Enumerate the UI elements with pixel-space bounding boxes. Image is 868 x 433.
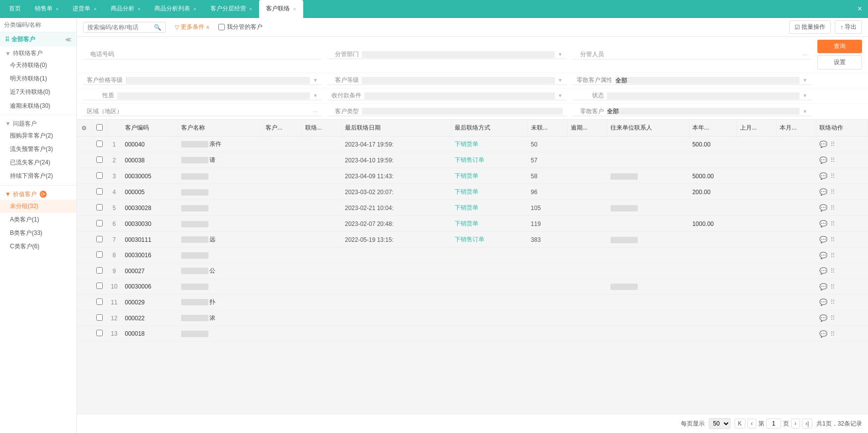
tab-purchase[interactable]: 进货单 × xyxy=(66,0,103,18)
checkbox-col-header[interactable] xyxy=(92,120,107,137)
sidebar-all-customers[interactable]: ⠿ 全部客户 ≪ xyxy=(0,32,76,47)
sidebar-item-class-b[interactable]: B类客户(33) xyxy=(0,226,76,240)
tab-product-analysis-list-close[interactable]: × xyxy=(193,6,196,12)
last-way-cell[interactable]: 下销售订单 xyxy=(452,152,528,168)
person-input[interactable] xyxy=(607,50,800,59)
area-more-icon[interactable]: ··· xyxy=(313,108,318,115)
row-checkbox[interactable] xyxy=(96,314,103,321)
sidebar-group-value-header[interactable]: ▼ 价值客户 ⟳ xyxy=(0,188,76,200)
more-action-icon[interactable]: ⠿ xyxy=(830,141,835,148)
last-way-link[interactable]: 下销货单 xyxy=(455,188,478,195)
contact-action-icon[interactable]: 💬 xyxy=(819,267,827,275)
batch-operations-button[interactable]: ☑ 批量操作 xyxy=(789,20,831,34)
col-header-last-date[interactable]: 最后联络日期 xyxy=(341,120,451,137)
sidebar-item-churned[interactable]: 已流失客户(24) xyxy=(0,156,76,169)
contact-action-icon[interactable]: 💬 xyxy=(819,283,827,290)
row-checkbox[interactable] xyxy=(96,188,103,195)
contact-action-icon[interactable]: 💬 xyxy=(819,220,827,227)
export-button[interactable]: ↑ 导出 xyxy=(835,20,862,34)
dept-select[interactable] xyxy=(362,51,554,58)
more-action-icon[interactable]: ⠿ xyxy=(830,283,835,290)
more-action-icon[interactable]: ⠿ xyxy=(830,188,835,196)
sidebar-item-tomorrow[interactable]: 明天待联络(1) xyxy=(0,72,76,85)
last-way-cell[interactable]: 下销货单 xyxy=(452,184,528,200)
gender-select[interactable] xyxy=(117,92,310,99)
row-checkbox[interactable] xyxy=(96,141,103,147)
checkbox-cell[interactable] xyxy=(92,326,107,342)
col-header-customer-type[interactable]: 客户... xyxy=(262,120,302,137)
last-way-link[interactable]: 下销售订单 xyxy=(455,236,484,243)
last-way-link[interactable]: 下销售订单 xyxy=(455,156,484,163)
col-header-last-way[interactable]: 最后联络方式 xyxy=(452,120,528,137)
more-action-icon[interactable]: ⠿ xyxy=(830,204,835,212)
last-way-cell[interactable] xyxy=(452,294,528,310)
retail-customer-select[interactable]: 全部 xyxy=(607,108,800,115)
checkbox-cell[interactable] xyxy=(92,184,107,200)
col-header-uncontact[interactable]: 未联... xyxy=(528,120,567,137)
row-checkbox[interactable] xyxy=(96,283,103,289)
last-way-link[interactable]: 下销货单 xyxy=(455,172,478,179)
checkbox-cell[interactable] xyxy=(92,216,107,232)
sidebar-group-pending-header[interactable]: ▼ 待联络客户 xyxy=(0,47,76,59)
select-all-checkbox[interactable] xyxy=(96,124,103,131)
checkbox-cell[interactable] xyxy=(92,200,107,216)
tab-customer-contact[interactable]: 客户联络 × xyxy=(259,0,303,18)
checkbox-cell[interactable] xyxy=(92,310,107,326)
contact-action-icon[interactable]: 💬 xyxy=(819,156,827,164)
collapse-sidebar-icon[interactable]: ≪ xyxy=(65,36,71,43)
more-action-icon[interactable]: ⠿ xyxy=(830,267,835,275)
row-checkbox[interactable] xyxy=(96,156,103,163)
more-action-icon[interactable]: ⠿ xyxy=(830,220,835,227)
tab-product-analysis[interactable]: 商品分析 × xyxy=(104,0,147,18)
tab-customer-segment[interactable]: 客户分层经营 × xyxy=(203,0,259,18)
row-checkbox[interactable] xyxy=(96,298,103,305)
contact-action-icon[interactable]: 💬 xyxy=(819,141,827,148)
payment-select[interactable] xyxy=(364,92,554,99)
checkbox-cell[interactable] xyxy=(92,248,107,263)
last-way-link[interactable]: 下销货单 xyxy=(455,220,478,227)
last-way-cell[interactable] xyxy=(452,310,528,326)
customer-level-select[interactable] xyxy=(362,77,554,84)
last-page-button[interactable]: ›| xyxy=(802,419,812,429)
tab-product-analysis-list[interactable]: 商品分析列表 × xyxy=(147,0,203,18)
status-select[interactable] xyxy=(607,92,800,99)
contact-action-icon[interactable]: 💬 xyxy=(819,298,827,306)
last-way-cell[interactable] xyxy=(452,326,528,342)
settings-col-header[interactable]: ⚙ xyxy=(77,120,92,137)
tab-home[interactable]: 首页 xyxy=(2,0,28,18)
col-header-last-month[interactable]: 上月... xyxy=(736,120,776,137)
row-checkbox[interactable] xyxy=(96,330,103,336)
page-number-input[interactable] xyxy=(766,419,781,429)
tab-purchase-close[interactable]: × xyxy=(93,6,96,12)
close-all-button[interactable]: × xyxy=(854,4,866,13)
more-action-icon[interactable]: ⠿ xyxy=(830,252,835,259)
retail-attr-select[interactable]: 全部 xyxy=(615,77,800,84)
price-level-select[interactable] xyxy=(126,77,310,84)
more-action-icon[interactable]: ⠿ xyxy=(830,236,835,243)
contact-action-icon[interactable]: 💬 xyxy=(819,252,827,259)
person-more-icon[interactable]: ··· xyxy=(802,51,807,58)
prev-page-button[interactable]: ‹ xyxy=(747,419,756,429)
row-checkbox[interactable] xyxy=(96,172,103,179)
tab-product-analysis-close[interactable]: × xyxy=(137,6,140,12)
sidebar-item-7days[interactable]: 近7天待联络(0) xyxy=(0,85,76,99)
last-way-cell[interactable] xyxy=(452,248,528,263)
checkbox-cell[interactable] xyxy=(92,279,107,294)
contact-action-icon[interactable]: 💬 xyxy=(819,330,827,338)
more-action-icon[interactable]: ⠿ xyxy=(830,314,835,322)
contact-action-icon[interactable]: 💬 xyxy=(819,172,827,180)
next-page-button[interactable]: › xyxy=(791,419,800,429)
checkbox-cell[interactable] xyxy=(92,232,107,248)
search-input[interactable] xyxy=(87,24,152,31)
last-way-link[interactable]: 下销货单 xyxy=(455,141,478,147)
sidebar-item-declining[interactable]: 持续下滑客户(2) xyxy=(0,169,76,183)
row-checkbox[interactable] xyxy=(96,204,103,211)
contact-action-icon[interactable]: 💬 xyxy=(819,314,827,322)
more-action-icon[interactable]: ⠿ xyxy=(830,298,835,306)
my-customers-checkbox-label[interactable]: 我分管的客户 xyxy=(218,23,263,31)
tab-sales-close[interactable]: × xyxy=(56,6,59,12)
col-header-code[interactable]: 客户编码 xyxy=(122,120,178,137)
first-page-button[interactable]: K xyxy=(734,419,745,429)
sidebar-item-hoarding[interactable]: 囤购异常客户(2) xyxy=(0,129,76,143)
row-checkbox[interactable] xyxy=(96,251,103,258)
